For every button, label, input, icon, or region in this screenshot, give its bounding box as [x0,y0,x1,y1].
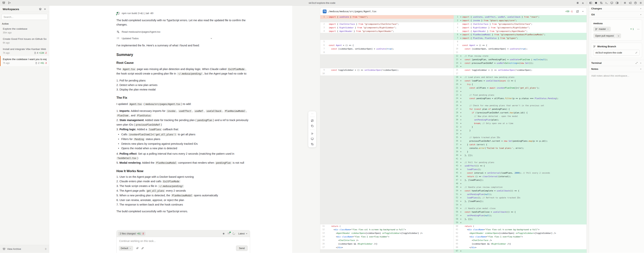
diff-line: 9const Agent = () => { [454,44,586,47]
terminal-section-header[interactable]: Terminal [589,60,644,66]
workspace-item[interactable]: Install and integrate Vibe Kanban Web C7… [0,46,49,56]
diff-gap-line [320,150,454,154]
diff-marker: + [460,107,462,111]
history-selector[interactable]: Latest [238,232,248,236]
add-workspace-icon[interactable] [44,8,46,10]
logout-icon[interactable] [8,1,11,4]
tool-call-row[interactable]: npm run build 2>&1 | tail -80 [116,12,250,15]
layers-icon[interactable] [39,8,42,10]
notes-placeholder[interactable]: Add notes about this workspace... [589,72,644,80]
chat-paragraph: The build completed successfully with no… [116,209,250,214]
terminal-icon[interactable] [605,2,608,4]
workspace-list: Explore the codebase35m agoCreate Good F… [0,26,49,245]
expand-icon[interactable] [635,62,638,64]
copy-icon[interactable] [311,124,314,128]
diff-marker [326,246,329,249]
monitor-icon[interactable] [311,138,314,140]
chat-bubble-icon[interactable] [594,2,598,4]
line-number: 58 [454,217,460,221]
workspace-item-stats: 4+134-2 [34,52,47,54]
drag-handle-icon[interactable] [311,113,314,114]
diff-line: 30+ setPendingPlan(plan); [454,118,586,122]
chat-scroll-area[interactable]: npm run build 2>&1 | tail -80The build c… [49,6,292,230]
diff-gap-line [320,217,454,221]
diff-gap-line [320,189,454,192]
chevron-down-icon[interactable] [582,10,584,12]
workspace-item[interactable]: Explore the codebase35m ago [0,26,49,36]
workspace-item-time: 7h ago [3,52,34,54]
changes-section-header[interactable]: Changes [589,6,644,12]
panel-left-icon[interactable] [589,2,592,4]
diff-marker [326,40,329,44]
send-button[interactable]: Send [236,246,248,251]
panel-right-icon[interactable] [616,2,618,4]
line-number: 5 [454,30,460,33]
message-input-placeholder: Continue working on this task... [119,240,247,242]
pr-options-button[interactable] [616,34,621,38]
changes-summary-badge[interactable]: 2 files changed +61 -3 [118,232,146,236]
diff-marker: - [326,15,329,19]
open-pull-request-button[interactable]: Open pull request [593,34,616,38]
tool-call-row[interactable]: Read medusa/src/pages/Agent.tsx [116,30,250,34]
file-path: /medusa/medusa/src/pages/Agent.tsx [328,10,564,13]
code-text: const toggleSidebar = () => setSidebarOp… [462,68,586,72]
diff-line: 1+import { useState, useEffect, useRef, … [454,15,586,19]
settings-icon[interactable] [639,2,642,4]
inline-code: pendingPlan [215,162,232,164]
edit-icon[interactable] [635,52,638,54]
line-number: 2 [320,22,326,26]
git-compare-icon[interactable] [600,2,603,4]
line-number: 54 [454,203,460,207]
git-branch-icon [593,45,596,48]
git-section-header[interactable]: Git [589,12,644,18]
list-item-text: Imports: Added necessary imports for inv… [116,110,247,117]
git-compare-icon[interactable] [311,143,314,146]
collapse-up-icon[interactable] [582,2,584,4]
inline-code: PlanReviewModal [224,110,246,112]
line-number: 47 [454,178,460,182]
workspace-item[interactable]: Create Good First Issues on Github So p6… [0,36,49,46]
code-text: <div className="flex flex-col h-screen b… [462,228,586,232]
diff-marker [326,22,329,26]
working-branch-input[interactable]: vk/3ccf-explore-the-code [593,50,640,56]
megaphone-icon[interactable] [629,2,632,4]
code-text: const previousPlanIdsRef = useRef<Set<st… [462,61,586,65]
attach-icon[interactable] [136,247,138,250]
diff-line: 43+ useEffect(() => { [454,164,586,168]
list-item: State management: Added state for tracki… [116,118,250,127]
search-input[interactable] [2,14,48,20]
diff-gap-line [320,90,454,93]
message-input[interactable]: Continue working on this task... Default… [116,237,250,253]
diff-marker: + [460,157,462,161]
spark-icon[interactable] [222,232,225,235]
archive-icon[interactable] [2,1,5,4]
removed-count: -3 [142,232,144,235]
chevron-down-icon[interactable] [210,37,212,40]
help-icon[interactable] [634,2,637,4]
play-icon[interactable] [311,132,314,135]
whitespace-toggle-icon[interactable] [311,119,314,122]
view-archive-button[interactable]: View Archive 0 [0,245,49,253]
code-text: // Handle plan review completion [462,186,586,189]
pen-icon[interactable] [141,247,144,250]
more-options-icon[interactable] [637,28,640,30]
diff-marker [460,235,462,238]
title-bar: vk/3ccf-explore-the-code [0,0,644,6]
monitor-icon[interactable] [610,2,613,4]
menu-icon[interactable] [624,2,626,4]
branch-selector[interactable]: master [593,27,611,32]
list-item: User is on the Agent page with a Docker-… [116,175,250,179]
code-text [329,40,454,44]
notes-section-header[interactable]: Notes [589,66,644,72]
todos-icon[interactable] [227,232,230,235]
diff-line: 46+ return () => clearInterval(interval)… [454,175,586,178]
line-number: 40 [454,154,460,157]
line-number: 33 [454,129,460,132]
code-text [462,72,586,76]
whitespace-toggle-icon[interactable] [576,10,579,13]
code-text: const [sidebarOpen, setSidebarOpen] = us… [462,47,586,51]
pause-icon[interactable] [576,2,579,4]
model-selector[interactable]: Default [119,246,133,251]
tool-call-row[interactable]: Updated Todos [116,37,250,40]
workspace-item[interactable]: Explore the codebase I want you to exp7h… [0,56,49,66]
